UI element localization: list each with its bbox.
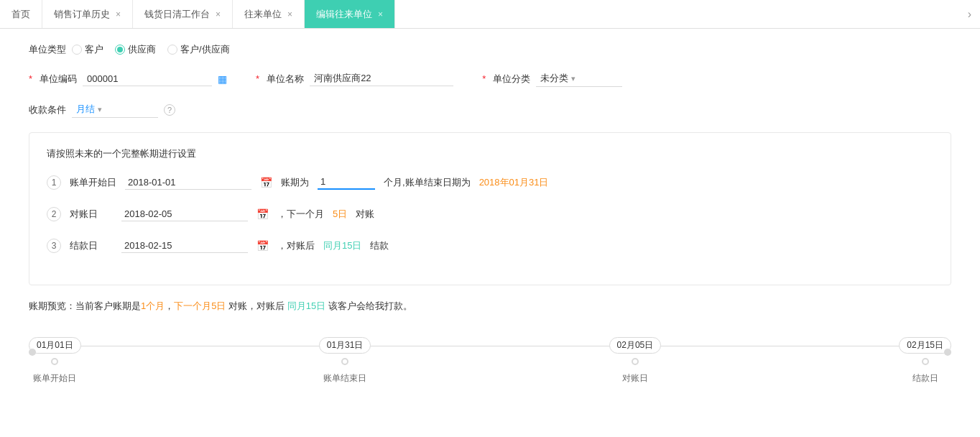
timeline-left-end [29, 349, 36, 356]
preview-section: 账期预览：当前客户账期是1个月，下一个月5日 对账，对账后 同月15日 该客户会… [29, 300, 951, 313]
timeline-badge-1: 01月01日 [29, 337, 81, 354]
timeline-item-1: 01月01日 账单开始日 [29, 337, 81, 385]
settle-date-icon[interactable]: 📅 [256, 240, 269, 252]
radio-customer[interactable]: 客户 [72, 43, 103, 56]
tab-edit-partner[interactable]: 编辑往来单位 × [305, 0, 395, 28]
preview-suffix: 该客户会给我打款。 [325, 300, 412, 311]
payment-cond-value: 月结 [76, 103, 95, 116]
unit-classify-label: 单位分类 [493, 73, 530, 86]
timeline-badge-3: 02月05日 [609, 337, 662, 354]
unit-classify-required: * [482, 73, 486, 84]
row-label-1: 账单开始日 [70, 176, 116, 189]
row-label-2: 对账日 [70, 208, 113, 221]
timeline: 01月01日 账单开始日 01月31日 账单结束日 02月05日 对账日 02月… [29, 330, 951, 399]
settle-desc-suffix: 结款 [370, 239, 389, 252]
radio-supplier-label: 供应商 [128, 43, 156, 56]
timeline-items: 01月01日 账单开始日 01月31日 账单结束日 02月05日 对账日 02月… [29, 337, 951, 385]
main-content: 单位类型 客户 供应商 客户/供应商 * 单位编码 [0, 29, 980, 437]
tab-home-label: 首页 [11, 8, 30, 21]
timeline-badge-2: 01月31日 [319, 337, 371, 354]
tab-more-button[interactable]: › [959, 8, 980, 21]
timeline-item-4: 02月15日 结款日 [899, 337, 951, 385]
unit-type-row: 单位类型 客户 供应商 客户/供应商 [29, 43, 951, 56]
preview-middle2: 对账，对账后 [226, 300, 285, 311]
row-label-3: 结款日 [70, 239, 113, 252]
payment-cond-field: 收款条件 月结 ▾ ? [29, 101, 175, 118]
unit-name-field: * 单位名称 [256, 72, 453, 86]
timeline-dot-4 [922, 358, 929, 365]
reconcile-desc-prefix: ，下一个月 [277, 208, 324, 221]
unit-classify-value: 未分类 [540, 72, 568, 85]
settle-date-input[interactable] [121, 239, 248, 253]
radio-both-circle [167, 45, 177, 55]
tab-home[interactable]: 首页 [0, 0, 42, 28]
unit-code-required: * [29, 73, 32, 84]
unit-classify-select[interactable]: 未分类 ▾ [536, 70, 622, 87]
settle-desc-prefix: ，对账后 [277, 239, 315, 252]
preview-prefix: 账期预览：当前客户账期是 [29, 300, 141, 311]
start-date-icon[interactable]: 📅 [260, 177, 272, 188]
radio-both[interactable]: 客户/供应商 [167, 43, 230, 56]
unit-name-label: 单位名称 [267, 73, 304, 86]
unit-code-field: * 单位编码 ▦ [29, 72, 227, 86]
row-num-2: 2 [47, 207, 61, 221]
timeline-item-2: 01月31日 账单结束日 [319, 337, 371, 385]
timeline-dot-1 [51, 358, 58, 365]
payment-cond-select[interactable]: 月结 ▾ [72, 101, 158, 118]
payment-row: 收款条件 月结 ▾ ? [29, 101, 951, 118]
radio-group: 客户 供应商 客户/供应商 [72, 43, 230, 56]
timeline-item-3: 02月05日 对账日 [609, 337, 662, 385]
section-title: 请按照未来的一个完整帐期进行设置 [47, 147, 933, 160]
timeline-dot-2 [341, 358, 348, 365]
period-desc-prefix: 账期为 [281, 176, 309, 189]
row-num-1: 1 [47, 175, 61, 190]
setting-row-1: 1 账单开始日 📅 账期为 个月,账单结束日期为 2018年01月31日 [47, 175, 933, 190]
tab-edit-partner-close[interactable]: × [378, 9, 383, 19]
unit-type-label: 单位类型 [29, 43, 66, 56]
reconcile-date-icon[interactable]: 📅 [256, 208, 269, 220]
tab-cash-workbench[interactable]: 钱货日清工作台 × [133, 0, 233, 28]
unit-code-icon[interactable]: ▦ [218, 73, 227, 85]
preview-middle1: ， [165, 300, 174, 311]
timeline-right-end [944, 349, 951, 356]
unit-type-field: 单位类型 客户 供应商 客户/供应商 [29, 43, 230, 56]
preview-next-date: 下一个月5日 [174, 300, 226, 311]
tabs-bar: 首页 销售订单历史 × 钱货日清工作台 × 往来单位 × 编辑往来单位 × › [0, 0, 980, 29]
unit-code-label: 单位编码 [40, 73, 77, 86]
reconcile-date-input[interactable] [121, 207, 248, 221]
radio-supplier-circle [115, 45, 125, 55]
tab-cash-workbench-close[interactable]: × [216, 9, 221, 19]
payment-cond-label: 收款条件 [29, 104, 66, 116]
radio-supplier[interactable]: 供应商 [115, 43, 156, 56]
reconcile-highlight: 5日 [333, 208, 347, 221]
end-date-highlight: 2018年01月31日 [479, 176, 549, 189]
radio-customer-circle [72, 45, 82, 55]
tab-sales-history-close[interactable]: × [116, 9, 121, 19]
reconcile-desc-suffix: 对账 [356, 208, 374, 221]
preview-period: 1个月 [141, 300, 165, 311]
period-input[interactable] [318, 175, 375, 190]
tab-sales-history-label: 销售订单历史 [54, 8, 110, 21]
tab-edit-partner-label: 编辑往来单位 [316, 8, 372, 21]
unit-classify-arrow: ▾ [571, 74, 575, 83]
unit-info-row: * 单位编码 ▦ * 单位名称 * 单位分类 未分类 ▾ [29, 70, 951, 87]
settings-section: 请按照未来的一个完整帐期进行设置 1 账单开始日 📅 账期为 个月,账单结束日期… [29, 132, 951, 285]
tab-sales-history[interactable]: 销售订单历史 × [42, 0, 133, 28]
timeline-label-4: 结款日 [912, 372, 938, 385]
tab-cash-workbench-label: 钱货日清工作台 [144, 8, 210, 21]
help-icon[interactable]: ? [164, 104, 175, 116]
payment-cond-arrow: ▾ [98, 105, 102, 114]
setting-row-3: 3 结款日 📅 ，对账后 同月15日 结款 [47, 239, 933, 253]
unit-name-required: * [256, 73, 259, 84]
tab-partner-close[interactable]: × [287, 9, 292, 19]
radio-both-label: 客户/供应商 [180, 43, 230, 56]
preview-settle-date: 同月15日 [287, 300, 325, 311]
row-num-3: 3 [47, 239, 61, 253]
unit-code-input[interactable] [83, 72, 212, 86]
timeline-label-2: 账单结束日 [323, 372, 366, 385]
start-date-input[interactable] [125, 175, 251, 190]
tab-partner[interactable]: 往来单位 × [233, 0, 305, 28]
unit-name-input[interactable] [310, 72, 453, 86]
period-desc-suffix: 个月,账单结束日期为 [384, 176, 471, 189]
tab-partner-label: 往来单位 [244, 8, 282, 21]
